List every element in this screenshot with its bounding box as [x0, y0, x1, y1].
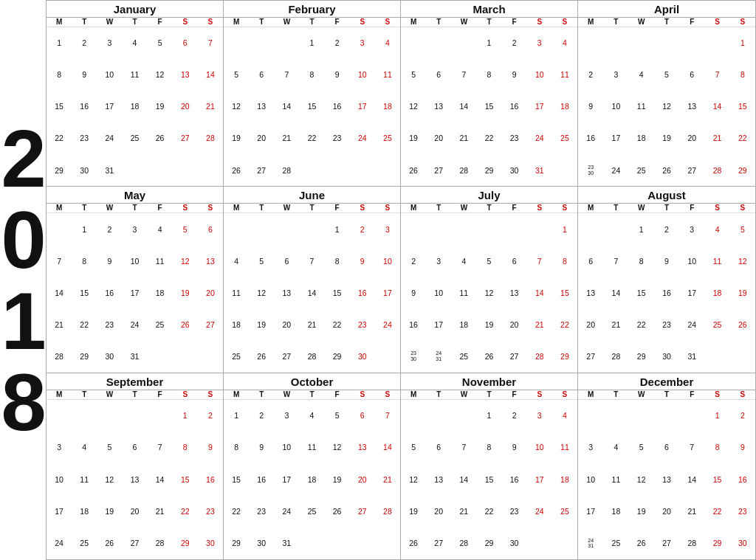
day-cell-21: 21 — [47, 309, 72, 341]
week-row-2: 15161718192021 — [224, 463, 400, 495]
day-cell-18: 18 — [72, 495, 97, 527]
week-row-4: 293031 — [224, 528, 400, 559]
day-cell-16: 16 — [654, 277, 679, 308]
day-header-F-4: F — [679, 390, 704, 399]
day-header-S-5: S — [527, 204, 552, 212]
day-cell-15: 15 — [629, 277, 654, 308]
day-cell-empty — [426, 213, 451, 245]
weeks-december: 1234567891011121314151617181920212223243… — [578, 400, 755, 559]
day-cell-25: 25 — [552, 495, 577, 527]
day-cell-24: 24 — [679, 309, 704, 341]
day-cell-25: 25 — [552, 122, 577, 154]
day-header-S-6: S — [375, 204, 400, 212]
day-cell-30: 30 — [730, 528, 755, 559]
day-cell-4: 4 — [629, 59, 654, 91]
day-cell-8: 8 — [629, 245, 654, 277]
day-cell-empty — [730, 341, 755, 373]
day-cell-22: 22 — [299, 122, 324, 154]
day-header-M-0: M — [578, 18, 603, 27]
week-row-1: 891011121314 — [224, 432, 400, 463]
day-header-S-5: S — [350, 18, 375, 27]
month-grid-april: MTWTFSS123456789101112131415161718192021… — [578, 18, 755, 186]
month-title-september: September — [47, 373, 223, 390]
month-august: AugustMTWTFSS123456789101112131415161718… — [578, 187, 755, 372]
day-header-F-4: F — [679, 18, 704, 27]
week-row-0: 1234 — [224, 27, 400, 59]
day-cell-4: 4 — [148, 213, 173, 245]
day-cell-empty — [350, 154, 375, 186]
week-row-1: 6789101112 — [578, 245, 755, 277]
week-row-1: 567891011 — [401, 432, 577, 463]
day-cell-12: 12 — [173, 245, 198, 277]
calendar-container: 2 0 1 8 JanuaryMTWTFSS123456789101112131… — [0, 0, 756, 560]
day-cell-11: 11 — [704, 245, 729, 277]
day-cell-27: 27 — [122, 528, 147, 559]
day-cell-15: 15 — [552, 277, 577, 308]
day-cell-16: 16 — [730, 463, 755, 495]
day-header-F-4: F — [502, 390, 527, 399]
day-cell-2: 2 — [401, 245, 426, 277]
day-cell-29: 29 — [476, 154, 501, 186]
week-row-3: 21222324252627 — [47, 309, 223, 341]
day-cell-25: 25 — [72, 528, 97, 559]
day-cell-25: 25 — [122, 122, 147, 154]
week-row-0: 1234567 — [224, 400, 400, 432]
month-december: DecemberMTWTFSS1234567891011121314151617… — [578, 373, 755, 559]
month-title-august: August — [578, 187, 755, 204]
month-grid-september: MTWTFSS123456789101112131415161718192021… — [47, 390, 223, 559]
week-row-0: 1 — [578, 27, 755, 59]
day-cell-16: 16 — [350, 277, 375, 308]
day-cell-10: 10 — [527, 432, 552, 463]
month-march: MarchMTWTFSS1234567891011121314151617181… — [401, 1, 578, 186]
day-cell-7: 7 — [451, 432, 476, 463]
day-cell-28: 28 — [299, 341, 324, 373]
day-cell-empty — [578, 27, 603, 59]
weeks-may: 1234567891011121314151617181920212223242… — [47, 213, 223, 372]
day-cell-empty — [249, 27, 274, 59]
day-cell-23: 23 — [654, 309, 679, 341]
day-cell-30: 30 — [654, 341, 679, 373]
day-cell-29: 29 — [704, 528, 729, 559]
day-header-T-1: T — [426, 18, 451, 27]
day-cell-14: 14 — [451, 463, 476, 495]
day-cell-4: 4 — [122, 27, 147, 59]
day-cell-24: 24 — [47, 528, 72, 559]
day-cell-15: 15 — [476, 463, 501, 495]
day-cell-17: 17 — [47, 495, 72, 527]
day-cell-8: 8 — [47, 59, 72, 91]
day-cell-6: 6 — [654, 432, 679, 463]
day-cell-empty — [654, 27, 679, 59]
day-cell-30: 30 — [502, 154, 527, 186]
day-cell-19: 19 — [173, 277, 198, 308]
day-cell-4: 4 — [704, 213, 729, 245]
week-row-4: 262728 — [224, 154, 400, 186]
day-cell-13: 13 — [654, 463, 679, 495]
day-cell-2: 2 — [502, 400, 527, 432]
day-cell-29: 29 — [325, 341, 350, 373]
weeks-june: 1234567891011121314151617181920212223242… — [224, 213, 400, 372]
year-digit-8: 8 — [1, 362, 44, 443]
day-cell-23: 23 — [350, 309, 375, 341]
day-cell-13: 13 — [679, 91, 704, 122]
day-header-T-1: T — [603, 204, 628, 212]
day-cell-12: 12 — [629, 463, 654, 495]
day-cell-empty — [47, 213, 72, 245]
day-cell-22: 22 — [72, 309, 97, 341]
day-header-F-4: F — [148, 204, 173, 212]
day-header-F-4: F — [148, 390, 173, 399]
day-cell-empty — [704, 341, 729, 373]
calendar-grid: JanuaryMTWTFSS12345678910111213141516171… — [46, 0, 756, 560]
weeks-january: 1234567891011121314151617181920212223242… — [47, 27, 223, 186]
day-cell-14: 14 — [704, 91, 729, 122]
day-header-T-1: T — [249, 390, 274, 399]
day-cell-6: 6 — [249, 59, 274, 91]
week-row-4: 2627282930 — [401, 528, 577, 559]
day-cell-19: 19 — [476, 309, 501, 341]
week-row-1: 567891011 — [224, 59, 400, 91]
day-cell-3: 3 — [350, 27, 375, 59]
day-cell-23: 23 — [730, 495, 755, 527]
day-header-M-0: M — [401, 18, 426, 27]
day-cell-1: 1 — [704, 400, 729, 432]
week-header-november: MTWTFSS — [401, 390, 577, 400]
day-cell-4: 4 — [552, 27, 577, 59]
